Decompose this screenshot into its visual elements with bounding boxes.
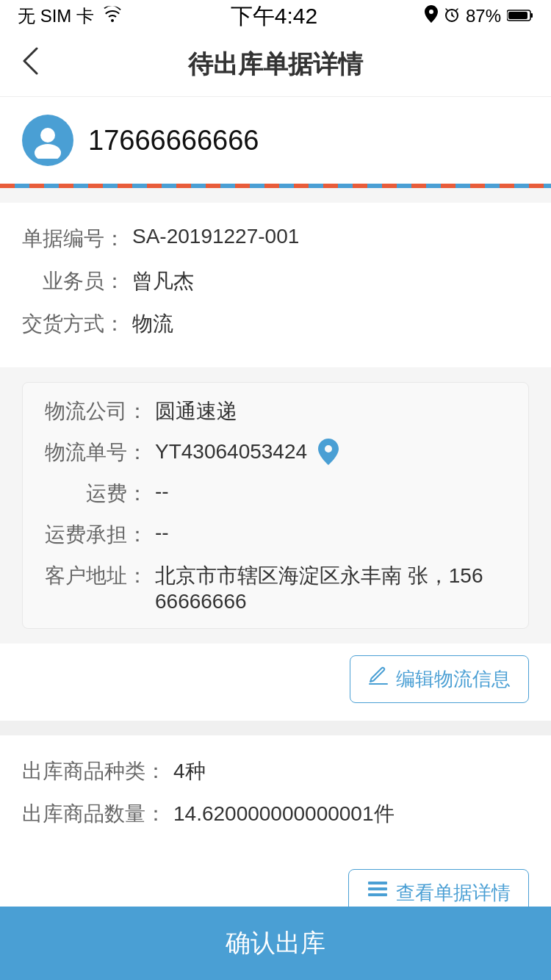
freight-value: -- xyxy=(155,480,506,503)
document-info-section: 单据编号： SA-20191227-001 业务员： 曾凡杰 交货方式： 物流 xyxy=(0,203,551,367)
address-row: 客户地址： 北京市市辖区海淀区永丰南 张，156 66666666 xyxy=(45,562,506,613)
logistics-box: 物流公司： 圆通速递 物流单号： YT43064053424 运费： -- 运费… xyxy=(22,382,529,629)
status-left: 无 SIM 卡 xyxy=(18,4,123,28)
freight-bear-value: -- xyxy=(155,521,506,544)
edit-logistics-label: 编辑物流信息 xyxy=(396,666,511,692)
address-label: 客户地址： xyxy=(45,562,148,590)
svg-rect-7 xyxy=(368,882,387,884)
freight-label: 运费： xyxy=(45,480,148,508)
delivery-value: 物流 xyxy=(132,310,529,338)
status-time: 下午4:42 xyxy=(231,1,317,32)
svg-rect-6 xyxy=(369,683,388,685)
salesman-value: 曾凡杰 xyxy=(132,267,529,295)
confirm-outbound-label: 确认出库 xyxy=(226,926,325,960)
edit-icon xyxy=(368,666,389,692)
quantity-row: 出库商品数量： 14.620000000000001件 xyxy=(22,800,529,828)
freight-bear-label: 运费承担： xyxy=(45,521,148,549)
edit-logistics-button[interactable]: 编辑物流信息 xyxy=(350,655,529,703)
page-title: 待出库单据详情 xyxy=(188,48,363,82)
types-value: 4种 xyxy=(173,757,529,785)
delivery-label: 交货方式： xyxy=(22,310,125,338)
freight-bear-row: 运费承担： -- xyxy=(45,521,506,549)
doc-number-label: 单据编号： xyxy=(22,225,125,253)
wifi-icon xyxy=(101,6,123,26)
user-phone: 17666666666 xyxy=(88,125,259,156)
freight-row: 运费： -- xyxy=(45,480,506,508)
types-label: 出库商品种类： xyxy=(22,757,166,785)
nav-bar: 待出库单据详情 xyxy=(0,32,551,97)
svg-point-4 xyxy=(40,128,55,143)
svg-rect-8 xyxy=(368,887,387,890)
quantity-label: 出库商品数量： xyxy=(22,800,166,828)
confirm-outbound-button[interactable]: 确认出库 xyxy=(0,907,551,980)
logistics-tracking-value: YT43064053424 xyxy=(155,439,506,465)
dashed-divider xyxy=(0,184,551,188)
doc-number-value: SA-20191227-001 xyxy=(132,225,529,248)
edit-btn-row: 编辑物流信息 xyxy=(0,644,551,721)
section-separator xyxy=(0,721,551,735)
status-bar: 无 SIM 卡 下午4:42 87% xyxy=(0,0,551,32)
svg-rect-3 xyxy=(508,12,527,19)
alarm-icon xyxy=(444,6,460,26)
user-header: 17666666666 xyxy=(0,97,551,184)
back-button[interactable] xyxy=(22,47,38,82)
doc-number-row: 单据编号： SA-20191227-001 xyxy=(22,225,529,253)
carrier-label: 无 SIM 卡 xyxy=(18,4,94,28)
status-right: 87% xyxy=(425,5,533,27)
logistics-company-value: 圆通速递 xyxy=(155,397,506,425)
svg-point-5 xyxy=(35,144,61,159)
address-value: 北京市市辖区海淀区永丰南 张，156 66666666 xyxy=(155,562,506,613)
delivery-row: 交货方式： 物流 xyxy=(22,310,529,338)
svg-rect-9 xyxy=(368,893,387,896)
avatar xyxy=(22,115,73,166)
battery-label: 87% xyxy=(466,6,501,26)
salesman-row: 业务员： 曾凡杰 xyxy=(22,267,529,295)
battery-icon xyxy=(507,6,533,26)
logistics-tracking-row: 物流单号： YT43064053424 xyxy=(45,439,506,466)
logistics-company-row: 物流公司： 圆通速递 xyxy=(45,397,506,425)
types-row: 出库商品种类： 4种 xyxy=(22,757,529,785)
logistics-company-label: 物流公司： xyxy=(45,397,148,425)
quantity-value: 14.620000000000001件 xyxy=(173,800,529,828)
map-pin-icon[interactable] xyxy=(317,439,339,465)
outbound-section: 出库商品种类： 4种 出库商品数量： 14.620000000000001件 xyxy=(0,735,551,857)
list-icon xyxy=(367,880,389,906)
view-detail-label: 查看单据详情 xyxy=(396,880,511,906)
salesman-label: 业务员： xyxy=(22,267,125,295)
logistics-tracking-label: 物流单号： xyxy=(45,439,148,466)
location-status-icon xyxy=(425,5,438,27)
svg-rect-2 xyxy=(530,13,533,18)
